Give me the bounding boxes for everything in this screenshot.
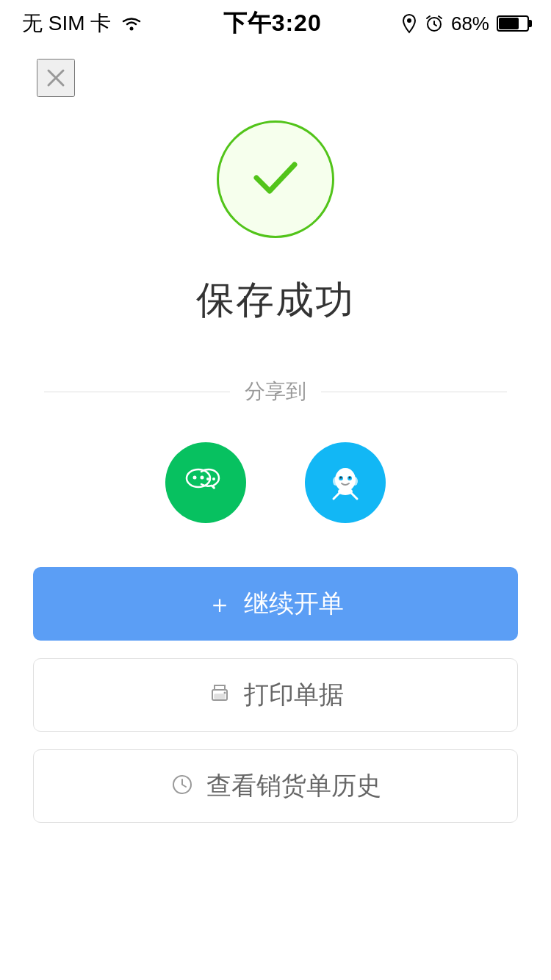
- share-section: 分享到: [0, 378, 551, 523]
- svg-point-12: [349, 477, 351, 479]
- svg-point-14: [352, 477, 358, 486]
- success-title: 保存成功: [196, 275, 355, 326]
- share-buttons: [165, 442, 386, 523]
- print-icon: [207, 681, 232, 710]
- share-label: 分享到: [230, 378, 321, 406]
- continue-order-label: 继续开单: [244, 587, 344, 621]
- svg-point-3: [187, 469, 210, 487]
- svg-point-16: [338, 468, 353, 477]
- battery-percent: 68%: [451, 12, 489, 35]
- svg-point-11: [340, 477, 342, 479]
- share-divider: 分享到: [0, 378, 551, 406]
- alarm-icon: [425, 14, 444, 33]
- svg-point-15: [338, 488, 353, 495]
- svg-point-5: [201, 476, 204, 480]
- svg-point-7: [212, 478, 215, 480]
- success-circle: [217, 120, 334, 238]
- main-content: 保存成功 分享到: [0, 47, 551, 823]
- history-button[interactable]: 查看销货单历史: [33, 749, 518, 823]
- svg-point-19: [224, 691, 226, 693]
- wifi-icon: [120, 15, 143, 32]
- share-qq-button[interactable]: [305, 442, 386, 523]
- history-label: 查看销货单历史: [206, 769, 381, 803]
- svg-point-6: [206, 478, 209, 480]
- svg-point-0: [130, 27, 134, 31]
- battery-icon: [497, 15, 529, 32]
- svg-point-1: [407, 18, 411, 23]
- status-carrier: 无 SIM 卡: [22, 10, 143, 37]
- continue-order-button[interactable]: ＋ 继续开单: [33, 567, 518, 641]
- print-button[interactable]: 打印单据: [33, 658, 518, 732]
- svg-point-4: [193, 476, 197, 480]
- close-button[interactable]: [37, 59, 75, 97]
- status-time: 下午3:20: [223, 7, 322, 40]
- print-label: 打印单据: [244, 678, 344, 712]
- status-indicators: 68%: [401, 12, 529, 35]
- check-icon: [246, 148, 305, 210]
- carrier-text: 无 SIM 卡: [22, 10, 111, 37]
- action-buttons: ＋ 继续开单 打印单据 查看销货单历史: [33, 567, 518, 823]
- status-bar: 无 SIM 卡 下午3:20 68%: [0, 0, 551, 47]
- plus-icon: ＋: [207, 591, 232, 616]
- svg-point-13: [333, 477, 339, 486]
- share-wechat-button[interactable]: [165, 442, 246, 523]
- svg-rect-18: [215, 694, 225, 699]
- location-icon: [401, 13, 417, 34]
- history-icon: [170, 772, 195, 801]
